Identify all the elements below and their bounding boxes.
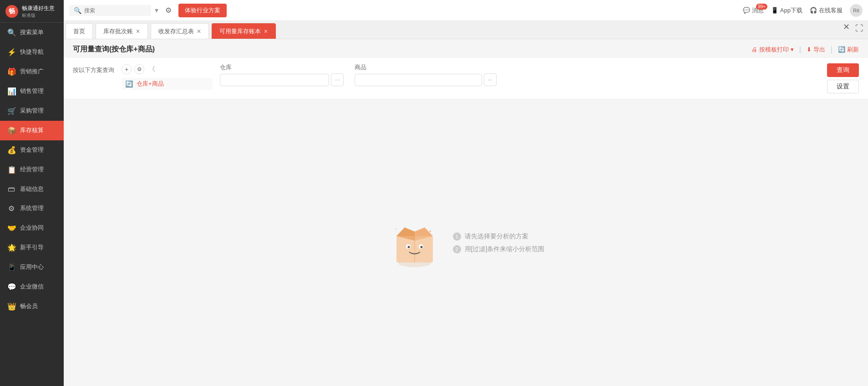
- refresh-button[interactable]: 🔄 刷新: [838, 46, 859, 54]
- print-dropdown-icon[interactable]: ▾: [791, 46, 794, 53]
- goods-ellipsis-button[interactable]: ···: [484, 73, 497, 86]
- tab-available-ledger[interactable]: 可用量库存账本 ✕: [212, 23, 276, 39]
- company-name: 畅康通好生意: [22, 5, 55, 12]
- topbar-gear-icon[interactable]: ⚙: [162, 4, 175, 17]
- sidebar-item-label: 资金管理: [20, 146, 44, 154]
- query-button[interactable]: 查询: [827, 63, 859, 77]
- warehouse-ellipsis-button[interactable]: ···: [331, 73, 344, 86]
- chat-icon: 💬: [7, 283, 15, 291]
- sidebar-item-label: 畅会员: [20, 302, 38, 310]
- sidebar-item-newbie[interactable]: 🌟 新手引导: [0, 238, 64, 257]
- goods-field-label: 商品: [355, 63, 497, 72]
- svg-text:✦: ✦: [428, 229, 432, 234]
- scheme-item-warehouse-goods[interactable]: 🔄 仓库+商品: [122, 78, 213, 90]
- sidebar-item-label: 经营管理: [20, 165, 44, 174]
- main-area: 🔍 ▾ ⚙ 体验行业方案 💬 消息 99+ 📱 App下载 🎧 在线客服 Rit: [64, 0, 868, 386]
- search-input[interactable]: [84, 7, 143, 14]
- phone-icon: 📱: [7, 263, 15, 272]
- chart-icon: 📊: [7, 87, 15, 96]
- sidebar-item-sales[interactable]: 📊 销售管理: [0, 82, 64, 101]
- divider: |: [799, 46, 801, 54]
- topbar: 🔍 ▾ ⚙ 体验行业方案 💬 消息 99+ 📱 App下载 🎧 在线客服 Rit: [64, 0, 868, 21]
- sidebar-item-finance[interactable]: 💰 资金管理: [0, 140, 64, 160]
- handshake-icon: 🤝: [7, 224, 15, 232]
- warehouse-input[interactable]: [220, 74, 329, 86]
- tabbar: 首页 库存批次账 ✕ 收发存汇总表 ✕ 可用量库存账本 ✕ ✕ ⛶: [64, 21, 868, 39]
- warehouse-field-label: 仓库: [220, 63, 347, 72]
- database-icon: 🗃: [7, 185, 15, 193]
- svg-point-10: [420, 246, 422, 248]
- filter-field-warehouse: 仓库 ···: [220, 63, 347, 86]
- topbar-search-box[interactable]: 🔍: [69, 5, 151, 16]
- sidebar-item-enterprise[interactable]: 🤝 企业协同: [0, 218, 64, 238]
- sidebar-item-label: 库存核算: [20, 126, 44, 134]
- sidebar-item-app-center[interactable]: 📱 应用中心: [0, 257, 64, 277]
- topbar-dropdown-icon[interactable]: ▾: [155, 6, 158, 15]
- content-area: 可用量查询(按仓库+商品) 🖨 按模板打印 ▾ | ⬇ 导出 | 🔄 刷新: [64, 39, 868, 386]
- sidebar-item-purchase[interactable]: 🛒 采购管理: [0, 101, 64, 121]
- collapse-filter-button[interactable]: 《: [147, 63, 157, 75]
- gift-icon: 🎁: [7, 67, 15, 76]
- export-button[interactable]: ⬇ 导出: [807, 46, 825, 54]
- sidebar-item-search[interactable]: 🔍 搜索菜单: [0, 23, 64, 42]
- warehouse-input-row: ···: [220, 73, 347, 86]
- headset-icon: 🎧: [810, 7, 817, 14]
- app-download-action[interactable]: 📱 App下载: [771, 6, 802, 15]
- add-scheme-button[interactable]: +: [122, 64, 132, 74]
- filter-field-goods: 商品 ···: [355, 63, 497, 86]
- empty-hint-1: 1 请先选择要分析的方案: [453, 232, 545, 241]
- sidebar-item-label: 快捷导航: [20, 48, 44, 56]
- sidebar-item-label: 企业协同: [20, 224, 44, 232]
- page-header: 可用量查询(按仓库+商品) 🖨 按模板打印 ▾ | ⬇ 导出 | 🔄 刷新: [64, 39, 868, 58]
- settings-button[interactable]: 设置: [827, 80, 859, 93]
- tab-receipt-summary-label: 收发存汇总表: [158, 27, 194, 36]
- goods-input[interactable]: [355, 74, 482, 86]
- export-icon: ⬇: [807, 46, 812, 53]
- hint2-text: 用[过滤]条件来缩小分析范围: [465, 245, 545, 253]
- tab-expand-button[interactable]: ⛶: [855, 24, 863, 33]
- industry-solution-button[interactable]: 体验行业方案: [178, 4, 227, 17]
- filter-fields: 仓库 ··· 商品 ···: [220, 63, 820, 86]
- tab-available-ledger-close[interactable]: ✕: [264, 28, 268, 35]
- customer-service-label: 在线客服: [819, 6, 843, 15]
- phone-download-icon: 📱: [771, 7, 778, 14]
- notification-badge: 99+: [756, 4, 767, 10]
- sidebar-scroll: 🔍 搜索菜单 ⚡ 快捷导航 🎁 营销推广 📊 销售管理 🛒 采购管理 📦 库存核…: [0, 23, 64, 386]
- sidebar-item-system[interactable]: ⚙ 系统管理: [0, 199, 64, 218]
- sidebar-item-label: 企业微信: [20, 283, 44, 291]
- sidebar-item-quick-nav[interactable]: ⚡ 快捷导航: [0, 42, 64, 62]
- crown-icon: 👑: [7, 302, 15, 311]
- sidebar-item-weixin[interactable]: 💬 企业微信: [0, 277, 64, 297]
- step-1-badge: 1: [453, 232, 461, 241]
- topbar-search-icon: 🔍: [74, 7, 81, 14]
- avatar[interactable]: Rit: [850, 4, 863, 17]
- sidebar-item-label: 销售管理: [20, 87, 44, 95]
- tab-batch-ledger-close[interactable]: ✕: [136, 28, 140, 35]
- sidebar-item-inventory[interactable]: 📦 库存核算: [0, 121, 64, 140]
- username-text: Rit: [853, 8, 859, 13]
- topbar-actions: 💬 消息 99+ 📱 App下载 🎧 在线客服 Rit: [743, 4, 863, 17]
- box-icon: 📦: [7, 126, 15, 135]
- search-icon: 🔍: [7, 28, 15, 37]
- tab-close-all-button[interactable]: ✕: [843, 23, 850, 31]
- sidebar-item-operations[interactable]: 📋 经营管理: [0, 160, 64, 180]
- tab-home[interactable]: 首页: [66, 23, 93, 39]
- sidebar-item-marketing[interactable]: 🎁 营销推广: [0, 62, 64, 82]
- sidebar-item-member[interactable]: 👑 畅会员: [0, 297, 64, 316]
- manage-scheme-button[interactable]: ⚙: [134, 64, 144, 74]
- sidebar-item-base-info[interactable]: 🗃 基础信息: [0, 180, 64, 199]
- filter-actions: 查询 设置: [827, 63, 859, 93]
- empty-hint-2: 2 用[过滤]条件来缩小分析范围: [453, 245, 545, 253]
- clipboard-icon: 📋: [7, 165, 15, 174]
- tab-receipt-summary[interactable]: 收发存汇总表 ✕: [151, 23, 209, 39]
- message-action[interactable]: 💬 消息 99+: [743, 6, 764, 15]
- print-icon: 🖨: [751, 46, 757, 53]
- app-download-label: App下载: [780, 6, 802, 15]
- tab-receipt-summary-close[interactable]: ✕: [197, 28, 201, 35]
- print-button[interactable]: 🖨 按模板打印 ▾: [751, 46, 794, 54]
- tab-available-ledger-label: 可用量库存账本: [219, 27, 261, 36]
- tab-batch-ledger[interactable]: 库存批次账 ✕: [96, 23, 148, 39]
- page-header-actions: 🖨 按模板打印 ▾ | ⬇ 导出 | 🔄 刷新: [751, 46, 859, 54]
- sidebar-item-label: 新手引导: [20, 243, 44, 252]
- customer-service-action[interactable]: 🎧 在线客服: [810, 6, 843, 15]
